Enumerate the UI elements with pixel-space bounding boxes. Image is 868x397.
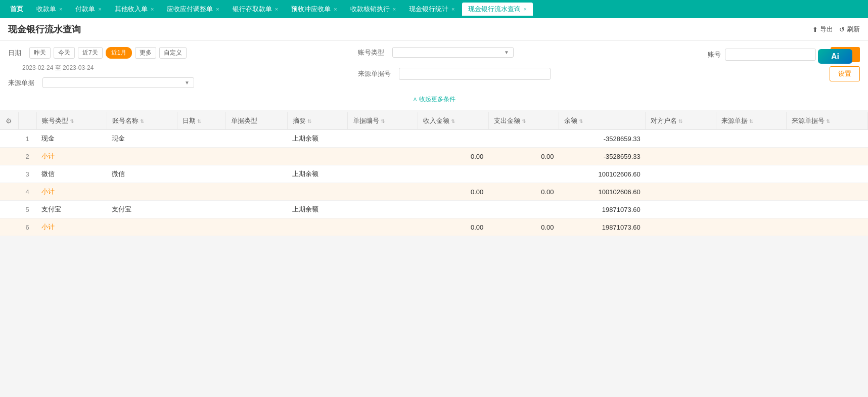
close-icon[interactable]: × <box>393 6 396 12</box>
column-balance[interactable]: 余额⇅ <box>559 112 646 130</box>
export-button[interactable]: ⬆ 导出 <box>812 25 833 34</box>
close-icon[interactable]: × <box>524 6 527 12</box>
gear-icon[interactable]: ⚙ <box>6 117 12 125</box>
nav-item-other-income[interactable]: 其他收入单 × <box>109 3 160 16</box>
column-income[interactable]: 收入金额⇅ <box>418 112 488 130</box>
account-label: 账号 <box>708 50 721 59</box>
nav-item-home[interactable]: 首页 <box>4 3 29 16</box>
nav-item-cash-flow[interactable]: 现金银行流水查询 × <box>462 3 533 16</box>
date-filter-label: 日期 <box>8 49 21 58</box>
table-row: 2小计0.000.00-3528659.33 <box>0 148 868 165</box>
nav-item-ar-ap-adjust[interactable]: 应收应付调整单 × <box>161 3 225 16</box>
column-counterpart[interactable]: 对方户名⇅ <box>646 112 716 130</box>
refresh-button[interactable]: ↺ 刷新 <box>839 25 860 34</box>
date-range-display: 2023-02-24 至 2023-03-24 <box>22 64 94 72</box>
nav-item-bank-deposit[interactable]: 银行存取款单 × <box>226 3 284 16</box>
date-btn-more[interactable]: 更多 <box>135 47 156 59</box>
nav-item-payment[interactable]: 付款单 × <box>69 3 107 16</box>
export-icon: ⬆ <box>812 26 818 33</box>
column-doc-no[interactable]: 单据编号⇅ <box>348 112 418 130</box>
chevron-down-icon: ▼ <box>185 80 190 85</box>
close-icon[interactable]: × <box>334 6 337 12</box>
table-header-row: ⚙ 账号类型⇅ 账号名称⇅ 日期⇅ 单据类型 摘要⇅ 单据编号⇅ 收入金额⇅ 支… <box>0 112 868 130</box>
account-type-label: 账号类型 <box>358 48 384 57</box>
date-shortcuts: 昨天 今天 近7天 近1月 更多 自定义 <box>29 47 187 59</box>
sort-icon: ⇅ <box>140 118 144 124</box>
column-account-name[interactable]: 账号名称⇅ <box>107 112 177 130</box>
filter-area: 日期 昨天 今天 近7天 近1月 更多 自定义 2023-02-24 至 202… <box>0 41 868 110</box>
close-icon[interactable]: × <box>151 6 154 12</box>
column-source-doc[interactable]: 来源单据⇅ <box>716 112 786 130</box>
sort-icon: ⇅ <box>579 118 583 124</box>
column-date[interactable]: 日期⇅ <box>177 112 226 130</box>
collapse-conditions-button[interactable]: ∧ 收起更多条件 <box>8 95 860 104</box>
column-row-num <box>18 112 36 130</box>
table-row: 6小计0.000.0019871073.60 <box>0 218 868 236</box>
table-row: 5支付宝支付宝上期余额19871073.60 <box>0 201 868 218</box>
sort-icon: ⇅ <box>522 118 526 124</box>
account-type-select[interactable]: ▼ <box>392 47 514 58</box>
source-doc-no-input[interactable] <box>399 68 551 80</box>
sort-icon: ⇅ <box>381 118 385 124</box>
sort-icon: ⇅ <box>70 118 74 124</box>
sort-icon: ⇅ <box>307 118 311 124</box>
table-row: 4小计0.000.00100102606.60 <box>0 183 868 201</box>
table-row: 1现金现金上期余额-3528659.33 <box>0 130 868 148</box>
close-icon[interactable]: × <box>59 6 62 12</box>
table-row: 3微信微信上期余额100102606.60 <box>0 165 868 183</box>
column-summary[interactable]: 摘要⇅ <box>287 112 347 130</box>
close-icon[interactable]: × <box>451 6 454 12</box>
sort-icon: ⇅ <box>678 118 682 124</box>
top-navigation: 首页 收款单 × 付款单 × 其他收入单 × 应收应付调整单 × 银行存取款单 … <box>0 0 868 18</box>
cash-flow-table: ⚙ 账号类型⇅ 账号名称⇅ 日期⇅ 单据类型 摘要⇅ 单据编号⇅ 收入金额⇅ 支… <box>0 112 868 236</box>
column-doc-type: 单据类型 <box>226 112 287 130</box>
date-btn-7days[interactable]: 近7天 <box>78 47 103 59</box>
nav-item-verify[interactable]: 收款核销执行 × <box>344 3 402 16</box>
close-icon[interactable]: × <box>98 6 101 12</box>
nav-item-receipt[interactable]: 收款单 × <box>30 3 68 16</box>
date-btn-1month[interactable]: 近1月 <box>106 47 132 59</box>
date-btn-yesterday[interactable]: 昨天 <box>29 47 51 59</box>
date-btn-custom[interactable]: 自定义 <box>159 47 187 59</box>
column-source-doc-no[interactable]: 来源单据号⇅ <box>786 112 867 130</box>
nav-item-pre-receipt[interactable]: 预收冲应收单 × <box>285 3 343 16</box>
sort-icon: ⇅ <box>197 118 201 124</box>
page-header: 现金银行流水查询 ⬆ 导出 ↺ 刷新 <box>0 18 868 41</box>
sort-icon: ⇅ <box>749 118 753 124</box>
column-account-type[interactable]: 账号类型⇅ <box>36 112 107 130</box>
source-doc-no-label: 来源单据号 <box>358 69 391 78</box>
data-table-container: ⚙ 账号类型⇅ 账号名称⇅ 日期⇅ 单据类型 摘要⇅ 单据编号⇅ 收入金额⇅ 支… <box>0 112 868 236</box>
close-icon[interactable]: × <box>275 6 278 12</box>
nav-item-cash-stats[interactable]: 现金银行统计 × <box>403 3 461 16</box>
column-settings[interactable]: ⚙ <box>0 112 18 130</box>
sort-icon: ⇅ <box>826 118 830 124</box>
source-doc-select[interactable]: ▼ <box>42 77 194 88</box>
sort-icon: ⇅ <box>451 118 455 124</box>
settings-button[interactable]: 设置 <box>830 66 860 81</box>
ai-assistant-button[interactable]: Ai <box>818 49 852 64</box>
chevron-down-icon: ▼ <box>504 50 509 55</box>
account-input[interactable] <box>725 49 816 61</box>
date-btn-today[interactable]: 今天 <box>54 47 75 59</box>
page-title: 现金银行流水查询 <box>8 23 81 35</box>
close-icon[interactable]: × <box>216 6 219 12</box>
refresh-icon: ↺ <box>839 26 845 33</box>
header-actions: ⬆ 导出 ↺ 刷新 <box>812 25 860 34</box>
source-doc-label: 来源单据 <box>8 78 34 87</box>
column-expense[interactable]: 支出金额⇅ <box>488 112 559 130</box>
